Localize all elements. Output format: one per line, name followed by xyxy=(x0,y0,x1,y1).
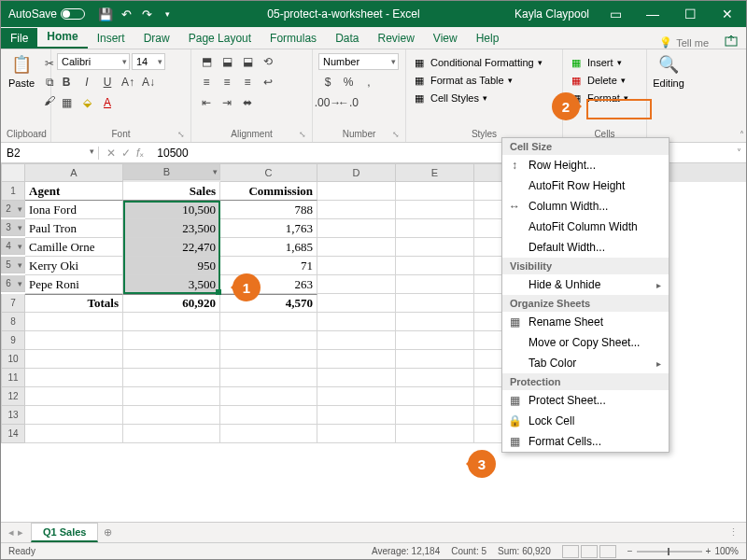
cell[interactable] xyxy=(25,406,123,425)
tab-file[interactable]: File xyxy=(1,28,37,49)
ribbon-options-icon[interactable]: ▭ xyxy=(597,1,634,27)
tab-draw[interactable]: Draw xyxy=(134,28,179,49)
cell[interactable]: 788 xyxy=(220,201,317,219)
cell[interactable] xyxy=(317,350,396,369)
paste-button[interactable]: 📋 Paste xyxy=(7,51,36,91)
cell[interactable]: 3,500 xyxy=(123,275,220,294)
cell-styles-button[interactable]: ▦ Cell Styles▾ xyxy=(412,91,543,105)
tab-home[interactable]: Home xyxy=(37,26,87,49)
close-icon[interactable]: ✕ xyxy=(709,1,746,27)
format-as-table-button[interactable]: ▦ Format as Table▾ xyxy=(412,73,543,88)
row-header[interactable]: 3 xyxy=(1,219,25,236)
cell[interactable] xyxy=(396,219,474,238)
cell[interactable]: Camille Orne xyxy=(25,238,123,257)
cell[interactable] xyxy=(123,406,220,425)
cell[interactable] xyxy=(396,182,474,201)
increase-indent-icon[interactable]: ⇥ xyxy=(218,94,236,111)
insert-cells-button[interactable]: ▦ Insert▾ xyxy=(569,55,628,70)
col-header[interactable]: C xyxy=(220,163,317,182)
tab-formulas[interactable]: Formulas xyxy=(261,28,326,49)
row-header[interactable]: 14 xyxy=(1,425,25,443)
menu-protect-sheet[interactable]: ▦Protect Sheet... xyxy=(502,390,669,411)
cell[interactable] xyxy=(396,313,474,331)
insert-function-icon[interactable]: fₓ xyxy=(136,147,144,160)
bold-button[interactable]: B xyxy=(57,74,76,91)
menu-move-copy[interactable]: Move or Copy Sheet... xyxy=(502,332,669,353)
cell[interactable] xyxy=(220,425,317,443)
cell[interactable] xyxy=(396,387,474,406)
zoom-out-icon[interactable]: − xyxy=(627,546,633,556)
menu-hide-unhide[interactable]: Hide & Unhide▸ xyxy=(502,274,669,295)
cell[interactable] xyxy=(123,331,220,350)
cell[interactable]: Sales xyxy=(123,182,220,201)
merge-center-icon[interactable]: ⬌ xyxy=(238,94,257,111)
font-color-icon[interactable]: A xyxy=(98,94,117,111)
comma-format-icon[interactable]: , xyxy=(359,74,378,91)
minimize-icon[interactable]: — xyxy=(634,1,671,27)
align-center-icon[interactable]: ≡ xyxy=(218,74,236,91)
cell[interactable] xyxy=(220,369,317,387)
cell[interactable] xyxy=(317,331,396,350)
cell[interactable] xyxy=(25,350,123,369)
row-header[interactable]: 1 xyxy=(1,182,25,201)
cell[interactable] xyxy=(317,182,396,201)
cell[interactable] xyxy=(317,369,396,387)
add-sheet-button[interactable]: ⊕ xyxy=(98,526,117,539)
undo-icon[interactable]: ↶ xyxy=(119,7,134,21)
cell[interactable] xyxy=(123,387,220,406)
cell[interactable] xyxy=(25,369,123,387)
menu-default-width[interactable]: Default Width... xyxy=(502,237,669,258)
redo-icon[interactable]: ↷ xyxy=(139,7,154,21)
tab-page-layout[interactable]: Page Layout xyxy=(179,28,261,49)
cell[interactable]: Iona Ford xyxy=(25,201,123,219)
tab-insert[interactable]: Insert xyxy=(88,28,134,49)
cell[interactable]: 950 xyxy=(123,257,220,275)
cell[interactable] xyxy=(317,425,396,443)
collapse-ribbon-icon[interactable]: ˄ xyxy=(740,130,744,140)
row-header[interactable]: 10 xyxy=(1,350,25,369)
align-right-icon[interactable]: ≡ xyxy=(238,74,257,91)
cell[interactable] xyxy=(317,275,396,294)
sheet-nav-prev-icon[interactable]: ◂ xyxy=(8,526,14,539)
fill-color-icon[interactable]: ⬙ xyxy=(78,94,96,111)
cell[interactable] xyxy=(396,275,474,294)
cell[interactable]: 10,500 xyxy=(123,201,220,219)
cell[interactable] xyxy=(396,369,474,387)
cell[interactable] xyxy=(220,313,317,331)
cell[interactable]: 60,920 xyxy=(123,294,220,313)
row-header[interactable]: 6 xyxy=(1,275,25,292)
cell[interactable]: 71 xyxy=(220,257,317,275)
underline-button[interactable]: U xyxy=(98,74,117,91)
tab-view[interactable]: View xyxy=(424,28,467,49)
menu-row-height[interactable]: ↕Row Height... xyxy=(502,155,669,175)
cell[interactable] xyxy=(396,406,474,425)
cell[interactable] xyxy=(317,313,396,331)
menu-format-cells[interactable]: ▦Format Cells... xyxy=(502,431,669,452)
cell[interactable] xyxy=(123,313,220,331)
cell[interactable] xyxy=(396,350,474,369)
qat-dropdown-icon[interactable]: ▾ xyxy=(160,7,175,21)
zoom-control[interactable]: − + 100% xyxy=(627,546,739,556)
align-middle-icon[interactable]: ⬓ xyxy=(218,53,236,70)
menu-column-width[interactable]: ↔Column Width... xyxy=(502,196,669,217)
maximize-icon[interactable]: ☐ xyxy=(671,1,709,27)
cell[interactable] xyxy=(123,369,220,387)
cell[interactable] xyxy=(396,331,474,350)
cell[interactable] xyxy=(220,350,317,369)
cell[interactable]: 23,500 xyxy=(123,219,220,238)
font-size-select[interactable]: 14 xyxy=(132,53,165,70)
sheet-nav-next-icon[interactable]: ▸ xyxy=(18,526,23,539)
cell[interactable]: Commission xyxy=(220,182,317,201)
font-name-select[interactable]: Calibri xyxy=(57,53,130,70)
row-header[interactable]: 8 xyxy=(1,313,25,331)
cell[interactable] xyxy=(317,238,396,257)
user-name[interactable]: Kayla Claypool xyxy=(507,7,597,21)
wrap-text-icon[interactable]: ↩ xyxy=(259,74,277,91)
cell[interactable]: 4,570 xyxy=(220,294,317,313)
name-box[interactable]: B2 xyxy=(1,147,99,160)
cell[interactable]: Agent xyxy=(25,182,123,201)
cell[interactable]: 1,685 xyxy=(220,238,317,257)
number-format-select[interactable]: Number xyxy=(318,53,399,70)
tab-data[interactable]: Data xyxy=(326,28,368,49)
cell[interactable] xyxy=(25,425,123,443)
